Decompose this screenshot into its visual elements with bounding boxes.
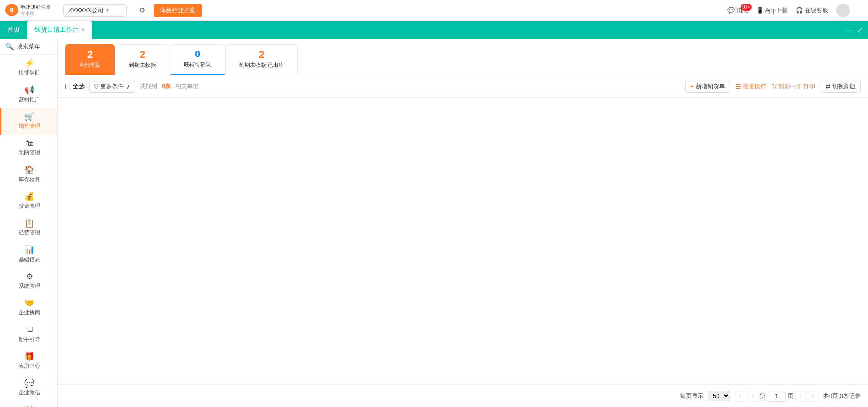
main-layout: 🔍 搜索菜单 ⚡ 快捷导航 📢 营销推广 🛒 销售管理 🛍 采购管理 🏠 库存核… — [0, 39, 868, 407]
sidebar-item-label: 资金管理 — [19, 202, 40, 210]
download-icon: 📱 — [756, 7, 764, 14]
sidebar-item-inventory[interactable]: 🏠 库存核算 — [0, 161, 57, 188]
inventory-icon: 🏠 — [24, 166, 34, 174]
switch-version-button[interactable]: ⇄ 切换新版 — [821, 80, 861, 93]
industry-button[interactable]: 体验行业方案 — [154, 4, 202, 17]
result-count: 0条 — [162, 82, 171, 90]
stat-tab-overdue-out[interactable]: 2 到期未收款 已出库 — [225, 44, 298, 75]
sidebar-item-member[interactable]: 👑 畅会员 — [0, 401, 57, 407]
sidebar-item-coop[interactable]: 🤝 企业协同 — [0, 295, 57, 321]
prev-page-button[interactable]: ‹ — [747, 391, 758, 402]
avatar[interactable] — [836, 4, 850, 17]
sidebar-item-finance[interactable]: 💰 资金管理 — [0, 188, 57, 215]
filter-chevron-icon: ∨ — [126, 83, 130, 90]
sidebar-item-app-center[interactable]: 🎁 应用中心 — [0, 348, 57, 374]
refresh-button[interactable]: ↻ 刷新 — [772, 82, 790, 90]
sidebar-item-label: 销售管理 — [19, 122, 40, 130]
stat-tab-overdue[interactable]: 2 到期未收款 — [115, 44, 170, 75]
sales-icon: 🛒 — [24, 112, 34, 121]
stat-tab-pending-label: 旺辅待确认 — [184, 61, 211, 69]
base-info-icon: 📊 — [24, 246, 34, 254]
filter-icon: ▽ — [94, 83, 99, 90]
stat-tab-overdue-out-count: 2 — [259, 50, 264, 60]
add-sale-button[interactable]: + 新增销货单 — [685, 80, 730, 93]
tab-bar: 首页 钱货日清工作台 × — ⤢ — [0, 21, 868, 39]
sidebar-item-marketing[interactable]: 📢 营销推广 — [0, 81, 57, 108]
batch-icon: ☰ — [736, 83, 741, 90]
tab-active-label: 钱货日清工作台 — [34, 26, 79, 34]
weixin-icon: 💬 — [24, 379, 34, 387]
print-button[interactable]: 🖨 打印 — [796, 82, 815, 90]
sidebar-search-label: 搜索菜单 — [17, 42, 40, 51]
sidebar-search[interactable]: 🔍 搜索菜单 — [0, 39, 57, 55]
sys-mgmt-icon: ⚙ — [26, 272, 33, 281]
logo-text: 畅捷通好生意 — [21, 4, 51, 10]
page-label: 第 — [760, 392, 766, 400]
sidebar-item-quick-nav[interactable]: ⚡ 快捷导航 — [0, 55, 57, 81]
last-page-button[interactable]: » — [808, 391, 819, 402]
operations-icon: 📋 — [24, 219, 34, 227]
batch-button[interactable]: ☰ 批量操作 — [736, 82, 766, 90]
page-nav: « ‹ 第 页 › » — [735, 391, 819, 402]
marketing-icon: 📢 — [24, 86, 34, 94]
next-page-button[interactable]: › — [795, 391, 806, 402]
purchase-icon: 🛍 — [25, 139, 33, 147]
print-icon: 🖨 — [796, 83, 802, 90]
first-page-button[interactable]: « — [735, 391, 745, 402]
minimize-icon[interactable]: — — [846, 26, 853, 34]
sidebar-item-label: 基础信息 — [19, 256, 40, 263]
print-label: 打印 — [803, 82, 815, 90]
sidebar: 🔍 搜索菜单 ⚡ 快捷导航 📢 营销推广 🛒 销售管理 🛍 采购管理 🏠 库存核… — [0, 39, 58, 407]
tab-home[interactable]: 首页 — [0, 21, 27, 39]
stat-tab-pending[interactable]: 0 旺辅待确认 — [170, 44, 225, 75]
app-download-action[interactable]: 📱 App下载 — [756, 6, 788, 14]
toolbar-left: 全选 ▽ 更多条件 ∨ 共找到 0条 相关单据 — [65, 80, 199, 93]
sidebar-item-sys-mgmt[interactable]: ⚙ 系统管理 — [0, 268, 57, 295]
message-badge: 99+ — [741, 4, 752, 11]
page-input[interactable] — [768, 391, 786, 402]
top-header: 6 畅捷通好生意 标准版 XXXXXX公司 ▾ ⚙ 体验行业方案 💬 消息 99… — [0, 0, 868, 21]
result-suffix: 相关单据 — [175, 82, 199, 90]
sidebar-item-label: 经营管理 — [19, 229, 40, 237]
tab-active[interactable]: 钱货日清工作台 × — [27, 21, 92, 39]
result-prefix: 共找到 — [140, 82, 157, 90]
sidebar-item-sales[interactable]: 🛒 销售管理 — [0, 108, 57, 135]
search-icon: 🔍 — [5, 42, 14, 51]
company-selector[interactable]: XXXXXX公司 ▾ — [63, 4, 127, 17]
sidebar-item-label: 企业协同 — [19, 309, 40, 317]
refresh-icon: ↻ — [772, 83, 777, 90]
plus-icon: + — [690, 83, 694, 90]
company-name: XXXXXX公司 — [68, 6, 104, 14]
maximize-icon[interactable]: ⤢ — [857, 26, 863, 34]
page-size-select[interactable]: 50 — [708, 391, 730, 401]
sidebar-item-purchase[interactable]: 🛍 采购管理 — [0, 135, 57, 161]
sidebar-item-operations[interactable]: 📋 经营管理 — [0, 215, 57, 241]
settings-icon[interactable]: ⚙ — [136, 4, 148, 17]
refresh-label: 刷新 — [778, 82, 790, 90]
header-center: ⚙ 体验行业方案 — [127, 4, 727, 17]
sidebar-item-label: 应用中心 — [19, 362, 40, 370]
logo-area: 6 畅捷通好生意 标准版 — [5, 4, 63, 16]
message-icon: 💬 — [727, 7, 735, 14]
select-all-checkbox[interactable]: 全选 — [65, 82, 85, 90]
stat-tab-all[interactable]: 2 全部单据 — [65, 44, 115, 75]
sidebar-item-weixin[interactable]: 💬 企业微信 — [0, 374, 57, 401]
sidebar-item-label: 企业微信 — [19, 389, 40, 397]
message-action[interactable]: 💬 消息 99+ — [727, 6, 748, 14]
table-area — [58, 98, 868, 384]
tab-close-icon[interactable]: × — [81, 27, 85, 33]
chevron-down-icon: ▾ — [106, 7, 109, 14]
per-page-label: 每页显示 — [680, 392, 703, 400]
header-right: 💬 消息 99+ 📱 App下载 🎧 在线客服 — [727, 4, 863, 17]
select-all-input[interactable] — [65, 84, 71, 89]
select-all-label: 全选 — [73, 82, 85, 90]
sidebar-item-guide[interactable]: 🖥 新手引导 — [0, 321, 57, 348]
stat-tab-overdue-label: 到期未收款 — [129, 61, 156, 69]
service-icon: 🎧 — [796, 7, 803, 14]
filter-button[interactable]: ▽ 更多条件 ∨ — [89, 80, 135, 93]
sidebar-item-base-info[interactable]: 📊 基础信息 — [0, 241, 57, 268]
online-service-label: 在线客服 — [805, 6, 828, 14]
online-service-action[interactable]: 🎧 在线客服 — [796, 6, 828, 14]
sidebar-item-label: 库存核算 — [19, 176, 40, 183]
app-download-label: App下载 — [765, 6, 788, 14]
